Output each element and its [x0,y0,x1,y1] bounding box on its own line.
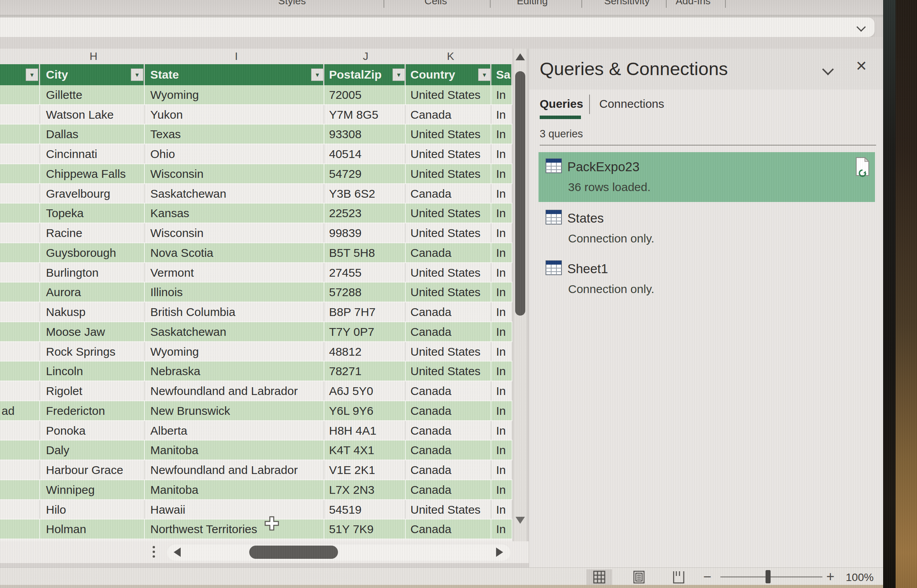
cell-postal[interactable]: T7Y 0P7 [324,322,406,341]
cell-g[interactable] [0,223,40,242]
cell-g[interactable] [0,362,40,381]
cell-country[interactable]: United States [406,223,491,242]
cell-g[interactable] [0,164,40,183]
cell-country[interactable]: Canada [406,105,491,124]
cell-city[interactable]: Harbour Grace [40,460,145,479]
cell-state[interactable]: Wisconsin [145,164,324,183]
cell-postal[interactable]: Y6L 9Y6 [324,401,406,420]
cell-city[interactable]: Watson Lake [40,105,145,124]
cell-sa[interactable]: In [491,184,512,203]
cell-sa[interactable]: In [491,223,512,242]
pane-close-icon[interactable]: ✕ [855,58,867,74]
cell-country[interactable]: Canada [406,243,491,262]
cell-state[interactable]: Nebraska [145,362,324,381]
cell-city[interactable]: Ponoka [40,421,145,440]
cell-g[interactable] [0,480,40,499]
cell-postal[interactable]: 93308 [324,125,406,144]
sheet-tab-resize-handle-icon[interactable] [153,546,155,548]
cell-state[interactable]: Manitoba [145,480,324,499]
cell-sa[interactable]: In [491,500,512,519]
cell-state[interactable]: Ohio [145,144,324,163]
filter-dropdown-icon-postal[interactable]: ▾ [392,68,405,81]
ribbon-collapse-chevron-icon[interactable] [857,23,866,32]
cell-city[interactable]: Fredericton [40,401,145,420]
cell-postal[interactable]: B5T 5H8 [324,243,406,262]
vertical-scrollbar[interactable] [513,49,527,541]
cell-sa[interactable]: In [491,302,512,321]
cell-state[interactable]: Nova Scotia [145,243,324,262]
cell-g[interactable] [0,322,40,341]
cell-sa[interactable]: In [491,263,512,282]
query-item-states[interactable]: StatesConnection only. [539,204,875,253]
cell-state[interactable]: Yukon [145,105,324,124]
zoom-out-button[interactable]: − [703,569,711,585]
cell-country[interactable]: Canada [406,381,491,400]
scroll-left-arrow-icon[interactable] [174,548,181,557]
cell-city[interactable]: Gillette [40,85,145,104]
cell-state[interactable]: Illinois [145,283,324,302]
cell-postal[interactable]: K4T 4X1 [324,441,406,460]
cell-sa[interactable]: In [491,204,512,223]
cell-postal[interactable]: 57288 [324,283,406,302]
cell-sa[interactable]: In [491,85,512,104]
cell-postal[interactable]: 48812 [324,342,406,361]
cell-g[interactable] [0,125,40,144]
cell-city[interactable]: Winnipeg [40,480,145,499]
horizontal-scrollbar-thumb[interactable] [249,546,338,559]
cell-g[interactable] [0,460,40,479]
cell-g[interactable]: ad [0,401,40,420]
cell-g[interactable] [0,105,40,124]
cell-sa[interactable]: In [491,342,512,361]
cell-sa[interactable]: In [491,460,512,479]
cell-g[interactable] [0,144,40,163]
cell-g[interactable] [0,243,40,262]
cell-country[interactable]: Canada [406,441,491,460]
cell-postal[interactable]: 54519 [324,500,406,519]
zoom-slider-thumb[interactable] [766,570,771,583]
cell-postal[interactable]: 72005 [324,85,406,104]
cell-country[interactable]: United States [406,362,491,381]
cell-postal[interactable]: 99839 [324,223,406,242]
cell-country[interactable]: Canada [406,322,491,341]
cell-city[interactable]: Gravelbourg [40,184,145,203]
cell-country[interactable]: United States [406,204,491,223]
column-heading-H[interactable]: H [90,50,97,63]
scroll-down-arrow-icon[interactable] [516,517,525,524]
cell-g[interactable] [0,263,40,282]
horizontal-scrollbar-track[interactable] [167,544,511,561]
cell-g[interactable] [0,85,40,104]
cell-state[interactable]: Kansas [145,204,324,223]
cell-sa[interactable]: In [491,381,512,400]
cell-g[interactable] [0,520,40,539]
cell-country[interactable]: Canada [406,302,491,321]
cell-city[interactable]: Nakusp [40,302,145,321]
cell-sa[interactable]: In [491,125,512,144]
cell-sa[interactable]: In [491,362,512,381]
cell-city[interactable]: Dallas [40,125,145,144]
cell-country[interactable]: Canada [406,460,491,479]
cell-state[interactable]: Wisconsin [145,223,324,242]
cell-postal[interactable]: Y3B 6S2 [324,184,406,203]
cell-state[interactable]: Saskatchewan [145,322,324,341]
cell-city[interactable]: Topeka [40,204,145,223]
cell-state[interactable]: Newfoundland and Labrador [145,381,324,400]
query-item-packexpo23[interactable]: PackExpo2336 rows loaded. [539,152,875,202]
cell-city[interactable]: Burlington [40,263,145,282]
cell-sa[interactable]: In [491,105,512,124]
cell-city[interactable]: Holman [40,520,145,539]
cell-g[interactable] [0,302,40,321]
cell-postal[interactable]: L7X 2N3 [324,480,406,499]
cell-postal[interactable]: B8P 7H7 [324,302,406,321]
scroll-up-arrow-icon[interactable] [516,53,525,60]
page-layout-view-button[interactable] [626,569,652,585]
cell-country[interactable]: United States [406,85,491,104]
cell-country[interactable]: United States [406,283,491,302]
filter-dropdown-icon-g[interactable]: ▾ [26,68,38,81]
cell-country[interactable]: Canada [406,184,491,203]
cell-state[interactable]: Northwest Territories [145,520,324,539]
cell-city[interactable]: Daly [40,441,145,460]
filter-dropdown-icon-state[interactable]: ▾ [311,68,324,81]
cell-postal[interactable]: 40514 [324,144,406,163]
cell-sa[interactable]: In [491,421,512,440]
cell-country[interactable]: United States [406,125,491,144]
